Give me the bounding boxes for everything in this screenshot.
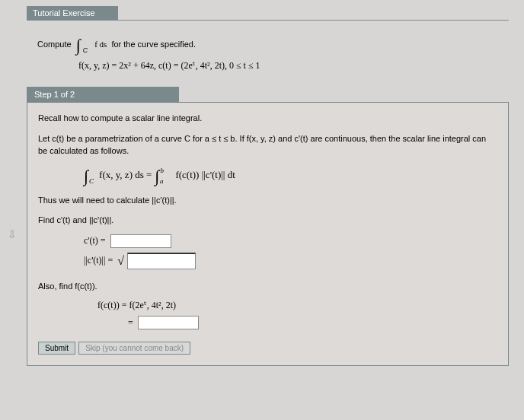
- integral-icon: ∫: [155, 167, 159, 186]
- given-equation: f(x, y, z) = 2x² + 64z, c(t) = (2eᵗ, 4t²…: [78, 60, 498, 72]
- formula-lhs: f(x, y, z) ds =: [99, 169, 152, 181]
- fcc-input[interactable]: [138, 316, 199, 329]
- integrand: f ds: [94, 40, 107, 49]
- fcc-equation: f(c(t)) = f(2eᵗ, 4t², 2t): [97, 300, 497, 311]
- definition-text: Let c(t) be a parametrization of a curve…: [38, 132, 497, 158]
- find-text: Find c'(t) and ||c'(t)||.: [38, 214, 497, 227]
- step-box: Recall how to compute a scalar line inte…: [27, 102, 509, 366]
- integral-sub-a: a: [160, 177, 164, 185]
- curve-text: for the curve specified.: [111, 40, 196, 49]
- cprime-row: c'(t) =: [84, 234, 497, 248]
- integral-sub-c: C: [89, 177, 94, 185]
- problem-statement: Compute ∫C f ds for the curve specified.…: [27, 28, 509, 87]
- also-find-text: Also, find f(c(t)).: [38, 280, 497, 293]
- recall-text: Recall how to compute a scalar line inte…: [38, 112, 497, 125]
- integral-icon: ∫: [76, 36, 81, 56]
- sqrt-icon: √: [117, 254, 124, 268]
- integral-sub: C: [83, 46, 88, 54]
- line-integral-formula: ∫C f(x, y, z) ds = ∫ba f(c(t)) ||c'(t)||…: [84, 165, 497, 185]
- tutorial-header: Tutorial Exercise: [27, 6, 118, 20]
- integral-sup-b: b: [160, 167, 164, 174]
- formula-rhs: f(c(t)) ||c'(t)|| dt: [175, 169, 235, 181]
- thus-text: Thus we will need to calculate ||c'(t)||…: [38, 194, 497, 207]
- step-header: Step 1 of 2: [27, 87, 179, 102]
- header-rule: [27, 20, 509, 21]
- cprime-label: c'(t) =: [84, 235, 106, 247]
- page-container: Tutorial Exercise Compute ∫C f ds for th…: [0, 0, 524, 372]
- cursor-caret: ⇩: [8, 228, 17, 240]
- norm-row: ||c'(t)|| = √: [84, 253, 497, 269]
- equals-label: =: [128, 317, 133, 329]
- norm-input[interactable]: [127, 253, 196, 269]
- skip-button[interactable]: Skip (you cannot come back): [78, 342, 190, 355]
- integral-icon: ∫: [84, 167, 88, 186]
- cprime-input[interactable]: [110, 234, 171, 248]
- norm-label: ||c'(t)|| =: [84, 255, 113, 266]
- submit-button[interactable]: Submit: [38, 342, 75, 355]
- compute-label: Compute: [37, 40, 72, 49]
